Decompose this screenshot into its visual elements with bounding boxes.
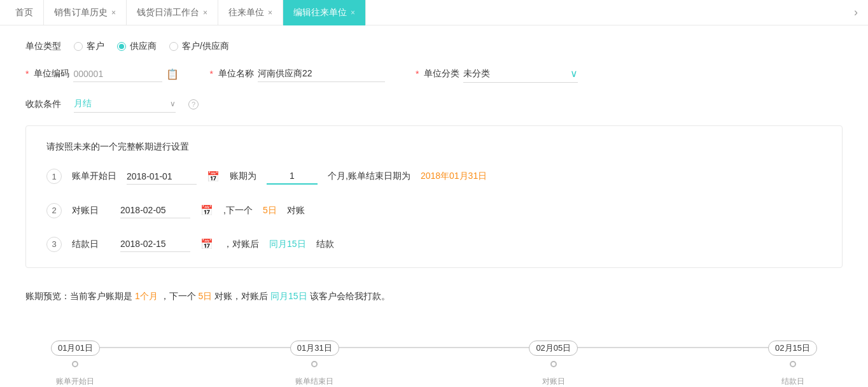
row-3-desc-prefix: ，对账后 (223, 239, 259, 250)
timeline-badge-1: 01月31日 (290, 341, 339, 356)
row-2-desc-suffix: 对账 (287, 205, 305, 216)
timeline-label-3: 结款日 (781, 376, 804, 387)
tab-sales-history-close[interactable]: × (111, 8, 116, 17)
tab-more-button[interactable]: › (849, 6, 863, 19)
radio-both[interactable]: 客户/供应商 (169, 41, 229, 52)
tabs-bar: 首页 销售订单历史 × 钱货日清工作台 × 往来单位 × 编辑往来单位 × › (0, 0, 868, 25)
unit-code-required: * (25, 69, 29, 79)
row-1-period-input[interactable] (267, 168, 318, 185)
timeline-badge-3: 02月15日 (768, 341, 817, 356)
radio-customer-circle (74, 42, 83, 51)
unit-name-required: * (209, 69, 213, 79)
unit-type-row: 单位类型 客户 供应商 客户/供应商 (25, 41, 843, 52)
unit-info-row: * 单位编码 📋 * 单位名称 * 单位分类 未分类 ∨ (25, 65, 843, 83)
row-1-date-input[interactable] (127, 169, 197, 185)
tab-edit-partner[interactable]: 编辑往来单位 × (283, 0, 366, 25)
setting-row-1: 1 账单开始日 📅 账期为 个月,账单结束日期为 2018年01月31日 (46, 168, 822, 185)
row-number-3: 3 (46, 237, 62, 252)
preview-part2-highlight: 5日 (198, 291, 212, 301)
unit-name-input[interactable] (258, 66, 385, 82)
tab-partners-close[interactable]: × (268, 8, 272, 17)
payment-label: 收款条件 (25, 99, 61, 110)
unit-category-label: 单位分类 (424, 68, 459, 80)
unit-name-label: 单位名称 (218, 68, 254, 80)
unit-category-group: * 单位分类 未分类 ∨ (416, 65, 578, 83)
unit-category-select[interactable]: 未分类 ∨ (463, 65, 578, 83)
tab-edit-partner-close[interactable]: × (351, 8, 355, 17)
timeline-badge-0: 01月01日 (51, 341, 100, 356)
row-3-calendar-icon[interactable]: 📅 (200, 238, 213, 250)
preview-part4: 该客户会给我打款。 (310, 291, 390, 301)
preview-section: 账期预览：当前客户账期是 1个月 ，下一个 5日 对账，对账后 同月15日 该客… (25, 281, 843, 313)
row-2-calendar-icon[interactable]: 📅 (200, 204, 213, 216)
setting-row-2: 2 对账日 📅 ,下一个 5日 对账 (46, 202, 822, 218)
payment-row: 收款条件 月结 ∨ ? (25, 95, 843, 113)
row-1-calendar-icon[interactable]: 📅 (207, 171, 220, 183)
unit-code-label: 单位编码 (34, 68, 69, 80)
timeline-label-0: 账单开始日 (56, 376, 94, 387)
row-field-label-1: 账单开始日 (72, 171, 116, 182)
unit-type-radio-group: 客户 供应商 客户/供应商 (74, 41, 229, 52)
row-1-period-unit: 个月,账单结束日期为 (328, 171, 410, 182)
radio-supplier-circle (117, 42, 126, 51)
row-3-highlight: 同月15日 (269, 239, 306, 250)
radio-supplier[interactable]: 供应商 (117, 41, 157, 52)
timeline-label-1: 账单结束日 (295, 376, 333, 387)
timeline-node-1: 01月31日 账单结束日 (290, 341, 339, 387)
timeline-dot-2 (550, 361, 557, 367)
timeline-badge-2: 02月05日 (529, 341, 578, 356)
preview-part3: 对账，对账后 (214, 291, 268, 301)
payment-value: 月结 (74, 98, 170, 109)
row-field-label-3: 结款日 (72, 239, 110, 250)
tab-daily-clear-label: 钱货日清工作台 (137, 7, 199, 18)
settings-card-title: 请按照未来的一个完整帐期进行设置 (46, 141, 822, 153)
timeline-node-0: 01月01日 账单开始日 (51, 341, 100, 387)
unit-code-scan-icon[interactable]: 📋 (166, 68, 179, 80)
timeline-node-2: 02月05日 对账日 (529, 341, 578, 387)
timeline-dot-0 (72, 361, 78, 367)
tab-sales-history[interactable]: 销售订单历史 × (44, 0, 127, 25)
row-2-highlight: 5日 (263, 205, 277, 216)
unit-category-value: 未分类 (463, 68, 570, 80)
unit-type-label: 单位类型 (25, 41, 61, 52)
timeline-nodes: 01月01日 账单开始日 01月31日 账单结束日 02月05日 对账日 02月… (51, 341, 817, 387)
timeline-node-3: 02月15日 结款日 (768, 341, 817, 387)
unit-category-arrow-icon: ∨ (570, 67, 578, 80)
radio-customer[interactable]: 客户 (74, 41, 104, 52)
radio-both-circle (169, 42, 178, 51)
row-1-end-date: 2018年01月31日 (421, 171, 487, 182)
row-field-label-2: 对账日 (72, 205, 110, 216)
timeline-dot-1 (311, 361, 318, 367)
row-2-desc-prefix: ,下一个 (223, 205, 253, 216)
payment-dropdown-arrow-icon: ∨ (170, 99, 176, 108)
row-number-1: 1 (46, 169, 62, 184)
row-3-date-input[interactable] (120, 236, 190, 252)
timeline-dot-3 (790, 361, 796, 367)
tab-edit-partner-label: 编辑往来单位 (293, 7, 347, 18)
preview-part3-highlight: 同月15日 (270, 291, 307, 301)
radio-supplier-label: 供应商 (130, 41, 157, 52)
preview-label: 账期预览：当前客户账期是 (25, 291, 132, 301)
tab-home[interactable]: 首页 (5, 0, 44, 25)
tab-partners[interactable]: 往来单位 × (218, 0, 283, 25)
unit-code-input[interactable] (73, 66, 162, 82)
setting-row-3: 3 结款日 📅 ，对账后 同月15日 结款 (46, 236, 822, 252)
payment-help-icon[interactable]: ? (188, 99, 199, 109)
tab-sales-history-label: 销售订单历史 (54, 7, 108, 18)
timeline-wrapper: 01月01日 账单开始日 01月31日 账单结束日 02月05日 对账日 02月… (25, 328, 843, 387)
tab-home-label: 首页 (15, 7, 33, 18)
preview-part2: ，下一个 (160, 291, 196, 301)
unit-name-group: * 单位名称 (209, 66, 384, 82)
payment-dropdown[interactable]: 月结 ∨ (74, 95, 176, 113)
timeline-label-2: 对账日 (542, 376, 565, 387)
row-2-date-input[interactable] (120, 202, 190, 218)
unit-category-required: * (416, 69, 419, 79)
tab-daily-clear-close[interactable]: × (203, 8, 207, 17)
tab-daily-clear[interactable]: 钱货日清工作台 × (127, 0, 218, 25)
preview-part1: 1个月 (135, 291, 158, 301)
radio-customer-label: 客户 (87, 41, 104, 52)
row-number-2: 2 (46, 203, 62, 218)
tab-partners-label: 往来单位 (228, 7, 264, 18)
row-3-desc-suffix: 结款 (316, 239, 334, 250)
row-1-period-label: 账期为 (230, 171, 256, 182)
